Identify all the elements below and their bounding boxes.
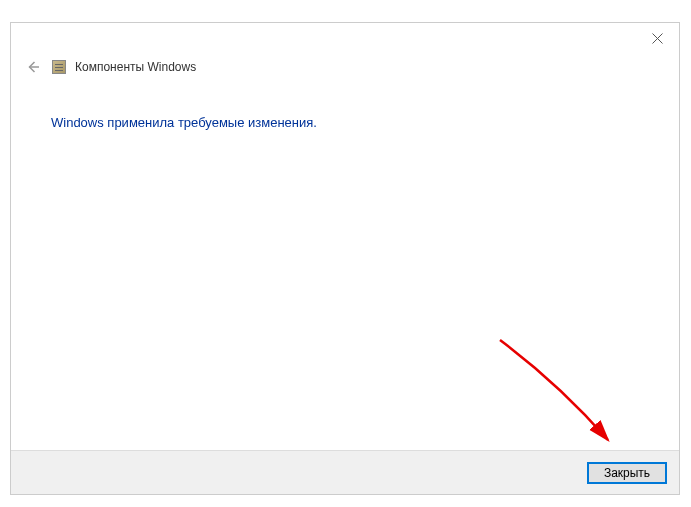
close-icon bbox=[652, 33, 663, 44]
status-message: Windows применила требуемые изменения. bbox=[51, 115, 639, 130]
dialog-window: Компоненты Windows Windows применила тре… bbox=[10, 22, 680, 495]
close-button[interactable]: Закрыть bbox=[587, 462, 667, 484]
content-area: Windows применила требуемые изменения. bbox=[11, 85, 679, 450]
window-close-button[interactable] bbox=[643, 24, 671, 52]
header: Компоненты Windows bbox=[11, 53, 679, 85]
app-icon bbox=[51, 59, 67, 75]
back-button bbox=[23, 57, 43, 77]
header-title: Компоненты Windows bbox=[75, 60, 196, 74]
back-arrow-icon bbox=[26, 60, 40, 74]
titlebar bbox=[11, 23, 679, 53]
footer: Закрыть bbox=[11, 450, 679, 494]
